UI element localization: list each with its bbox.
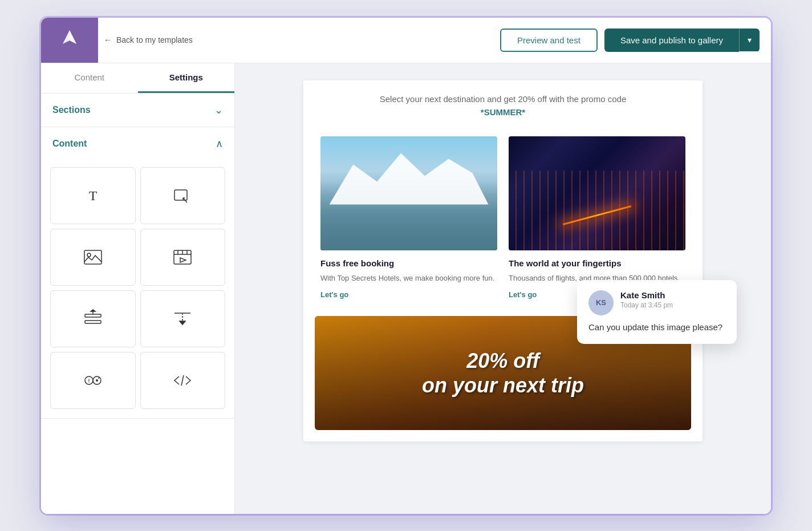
content-section: Content ∧ T bbox=[41, 127, 234, 419]
app-wrapper: ← Back to my templates Preview and test … bbox=[41, 18, 771, 514]
svg-marker-21 bbox=[180, 321, 185, 325]
svg-point-25 bbox=[96, 379, 98, 382]
header: ← Back to my templates Preview and test … bbox=[41, 18, 771, 63]
preview-area[interactable]: Select your next destination and get 20%… bbox=[235, 63, 771, 514]
logo-icon bbox=[59, 28, 80, 52]
svg-point-8 bbox=[87, 253, 91, 257]
chat-header: KS Kate Smith Today at 3:45 pm bbox=[588, 290, 725, 315]
svg-rect-15 bbox=[85, 314, 101, 317]
sidebar-tabs: Content Settings bbox=[41, 63, 234, 94]
social-icon: f bbox=[83, 370, 103, 391]
chat-notification: KS Kate Smith Today at 3:45 pm Can you u… bbox=[577, 280, 737, 344]
content-item-text[interactable]: T bbox=[50, 167, 136, 224]
svg-text:T: T bbox=[88, 188, 97, 203]
content-item-video[interactable] bbox=[140, 229, 226, 286]
content-item-image[interactable] bbox=[50, 229, 136, 286]
svg-rect-3 bbox=[174, 190, 187, 200]
sections-title: Sections bbox=[52, 105, 91, 115]
sidebar: Content Settings Sections ⌄ Content ∧ bbox=[41, 63, 235, 514]
content-item-divider[interactable] bbox=[50, 290, 136, 347]
logo-area bbox=[41, 18, 98, 63]
content-chevron-icon: ∧ bbox=[216, 137, 223, 150]
back-link[interactable]: ← Back to my templates bbox=[104, 35, 193, 44]
code-icon bbox=[172, 370, 193, 391]
sections-header[interactable]: Sections ⌄ bbox=[41, 94, 234, 127]
email-preview: Select your next destination and get 20%… bbox=[303, 80, 703, 442]
content-title: Content bbox=[52, 139, 87, 149]
button-icon bbox=[172, 185, 193, 206]
feature-card-1: Fuss free booking With Top Secrets Hotel… bbox=[315, 131, 503, 305]
promo-big-line2: on your next trip bbox=[422, 373, 584, 398]
promo-big-line1: 20% off bbox=[422, 348, 584, 373]
content-item-social[interactable]: f bbox=[50, 352, 136, 409]
tab-content[interactable]: Content bbox=[41, 63, 138, 93]
svg-rect-7 bbox=[84, 250, 102, 264]
preview-button[interactable]: Preview and test bbox=[500, 29, 598, 52]
chat-meta: Kate Smith Today at 3:45 pm bbox=[620, 290, 725, 309]
header-actions: Preview and test Save and publish to gal… bbox=[500, 29, 760, 52]
svg-point-26 bbox=[98, 378, 99, 379]
spacer-icon bbox=[172, 309, 193, 329]
svg-marker-14 bbox=[180, 258, 186, 262]
promo-banner-bottom-text: 20% off on your next trip bbox=[422, 348, 584, 398]
publish-button-group: Save and publish to gallery ▾ bbox=[604, 29, 760, 52]
feature-image-city bbox=[509, 136, 685, 250]
text-icon: T bbox=[83, 185, 103, 206]
main-layout: Content Settings Sections ⌄ Content ∧ bbox=[41, 63, 771, 514]
tab-settings[interactable]: Settings bbox=[138, 63, 235, 93]
chat-message: Can you update this image please? bbox=[588, 321, 725, 334]
content-item-code[interactable] bbox=[140, 352, 226, 409]
feature1-link[interactable]: Let's go bbox=[320, 290, 497, 299]
sections-section: Sections ⌄ bbox=[41, 94, 234, 127]
svg-marker-1 bbox=[70, 30, 76, 44]
video-icon bbox=[172, 247, 193, 267]
feature1-title: Fuss free booking bbox=[320, 258, 497, 268]
promo-code: *SUMMER* bbox=[315, 107, 691, 117]
chat-name: Kate Smith bbox=[620, 290, 725, 300]
divider-icon bbox=[83, 309, 103, 329]
publish-main-button[interactable]: Save and publish to gallery bbox=[604, 29, 739, 52]
svg-text:f: f bbox=[88, 378, 90, 384]
avatar: KS bbox=[588, 290, 614, 315]
back-arrow-icon: ← bbox=[104, 35, 112, 44]
content-header[interactable]: Content ∧ bbox=[41, 127, 234, 160]
publish-dropdown-button[interactable]: ▾ bbox=[739, 29, 760, 51]
feature1-desc: With Top Secrets Hotels, we make booking… bbox=[320, 273, 497, 284]
feature2-title: The world at your fingertips bbox=[509, 258, 685, 268]
promo-banner-top: Select your next destination and get 20%… bbox=[303, 80, 703, 131]
feature-image-glacier bbox=[320, 136, 497, 250]
content-grid: T bbox=[41, 160, 234, 418]
chat-time: Today at 3:45 pm bbox=[620, 301, 725, 309]
back-link-text: Back to my templates bbox=[116, 35, 193, 44]
image-icon bbox=[83, 247, 103, 267]
content-item-spacer[interactable] bbox=[140, 290, 226, 347]
svg-line-27 bbox=[181, 375, 184, 386]
content-item-button[interactable] bbox=[140, 167, 226, 224]
svg-rect-16 bbox=[85, 321, 101, 323]
promo-text: Select your next destination and get 20%… bbox=[315, 94, 691, 104]
svg-marker-18 bbox=[91, 310, 95, 311]
feature-card-2: The world at your fingertips Thousands o… bbox=[503, 131, 691, 305]
sections-chevron-icon: ⌄ bbox=[214, 104, 223, 116]
